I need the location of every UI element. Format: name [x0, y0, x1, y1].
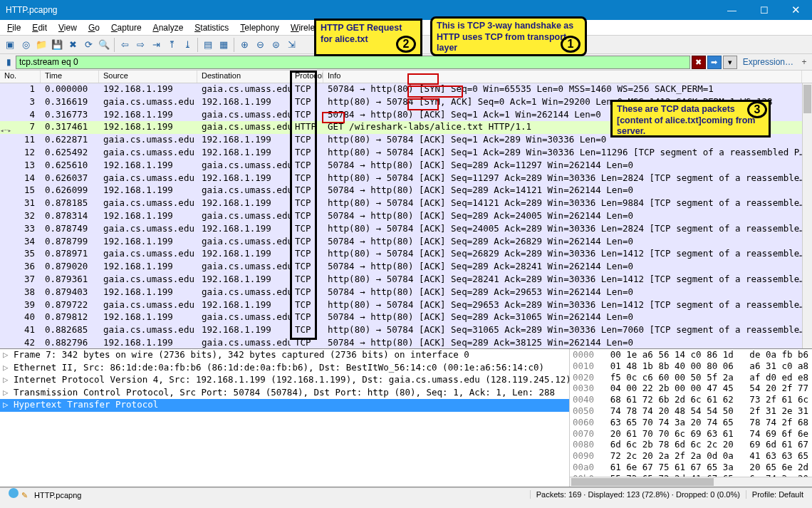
fwd-icon[interactable]: ⇨ [133, 38, 147, 52]
folder-icon[interactable]: 📁 [34, 38, 48, 52]
statusbar: ✎HTTP.pcapng Packets: 169 · Displayed: 1… [0, 487, 812, 501]
related-packet-icon: ◂┈▸ [0, 127, 11, 134]
details-hex-pane: ▷ Frame 7: 342 bytes on wire (2736 bits)… [0, 349, 812, 487]
packet-row[interactable]: 400.879812192.168.1.199gaia.cs.umass.edu… [0, 311, 812, 324]
packet-row[interactable]: 390.879722gaia.cs.umass.edu192.168.1.199… [0, 299, 812, 312]
zoomout-icon[interactable]: ⊖ [253, 38, 267, 52]
add-filter-button[interactable]: + [799, 57, 809, 67]
packet-row[interactable]: 10.000000192.168.1.199gaia.cs.umass.eduT… [0, 83, 812, 96]
packet-bytes-hex[interactable]: 0000 00 1e a6 56 14 c0 86 1d de 0a fb b6… [570, 349, 812, 487]
packet-counts: Packets: 169 · Displayed: 123 (72.8%) · … [530, 490, 746, 499]
resize-icon[interactable]: ⇲ [284, 38, 298, 52]
tree-row[interactable]: ▷ Internet Protocol Version 4, Src: 192.… [0, 374, 569, 387]
filter-bar: ▮ ✖ ➡ ▾ Expression… + [0, 54, 812, 71]
last-icon[interactable]: ⤓ [180, 38, 194, 52]
tree-row[interactable]: ▷ Ethernet II, Src: 86:1d:de:0a:fb:b6 (8… [0, 362, 569, 375]
colorize-icon[interactable]: ▦ [217, 38, 231, 52]
autoscroll-icon[interactable]: ▤ [201, 38, 215, 52]
open-icon[interactable]: ▣ [3, 38, 17, 52]
hex-row[interactable]: 0090 72 2c 20 2a 2f 2a 0d 0a 41 63 63 65… [573, 450, 809, 462]
expert-info-icon[interactable] [9, 488, 19, 498]
close-icon[interactable]: ✖ [66, 38, 80, 52]
column-header[interactable]: Protocol [291, 71, 323, 83]
status-file: HTTP.pcapng [34, 491, 81, 499]
packet-row[interactable]: 350.878971gaia.cs.umass.edu192.168.1.199… [0, 248, 812, 261]
tree-row[interactable]: ▷ Transmission Control Protocol, Src Por… [0, 387, 569, 400]
menu-go[interactable]: Go [83, 21, 105, 34]
hex-row[interactable]: 0030 04 00 22 2b 00 00 47 45 54 20 2f 77… [573, 383, 809, 394]
packet-row[interactable]: 420.882796192.168.1.199gaia.cs.umass.edu… [0, 337, 812, 349]
tree-row[interactable]: ▷ Hypertext Transfer Protocol [0, 399, 569, 412]
reload-icon[interactable]: ⟳ [81, 38, 95, 52]
packet-row[interactable]: 380.879403192.168.1.199gaia.cs.umass.edu… [0, 286, 812, 299]
packet-details-tree[interactable]: ▷ Frame 7: 342 bytes on wire (2736 bits)… [0, 349, 570, 487]
profile-label[interactable]: Profile: Default [746, 490, 809, 499]
column-header[interactable]: Info [323, 71, 802, 83]
hex-row[interactable]: 0010 01 48 1b 8b 40 00 80 06 a6 31 c0 a8… [573, 361, 809, 372]
tree-row[interactable]: ▷ Frame 7: 342 bytes on wire (2736 bits)… [0, 349, 569, 362]
column-header[interactable]: Source [99, 71, 197, 83]
display-filter-input[interactable] [16, 56, 690, 69]
minimize-button[interactable]: — [716, 0, 748, 20]
annotation-1: This is TCP 3-way handshake as HTTP uses… [430, 16, 587, 56]
packet-row[interactable]: 370.879361gaia.cs.umass.edu192.168.1.199… [0, 274, 812, 286]
column-header[interactable]: Time [41, 71, 99, 83]
maximize-button[interactable]: ☐ [748, 0, 780, 20]
menu-telephony[interactable]: Telephony [234, 21, 285, 34]
annotation-3: These are TCP data packets [content of a… [610, 100, 771, 138]
goto-icon[interactable]: ⇥ [149, 38, 163, 52]
menu-edit[interactable]: Edit [26, 21, 53, 34]
hex-row[interactable]: 00a0 61 6e 67 75 61 67 65 3a 20 65 6e 2d… [573, 462, 809, 473]
first-icon[interactable]: ⤒ [165, 38, 179, 52]
packet-row[interactable]: 150.626099192.168.1.199gaia.cs.umass.edu… [0, 185, 812, 197]
bookmark-icon[interactable]: ▮ [3, 56, 14, 68]
packet-row[interactable]: 120.625492gaia.cs.umass.edu192.168.1.199… [0, 147, 812, 160]
hex-row[interactable]: 0020 f5 0c c6 60 00 50 5f 2a af d0 ed e8… [573, 372, 809, 383]
apply-filter-button[interactable]: ➡ [707, 56, 722, 69]
menu-view[interactable]: View [53, 21, 83, 34]
packet-row[interactable]: 320.878314192.168.1.199gaia.cs.umass.edu… [0, 210, 812, 223]
packet-row[interactable]: 360.879020192.168.1.199gaia.cs.umass.edu… [0, 261, 812, 274]
close-button[interactable]: ✕ [780, 0, 812, 20]
packet-row[interactable]: 310.878185gaia.cs.umass.edu192.168.1.199… [0, 197, 812, 210]
packet-row[interactable]: 130.625610192.168.1.199gaia.cs.umass.edu… [0, 160, 812, 172]
menu-statistics[interactable]: Statistics [189, 21, 234, 34]
packet-list-header: No.TimeSourceDestinationProtocolInfo [0, 71, 812, 83]
back-icon[interactable]: ⇦ [118, 38, 132, 52]
save2-icon[interactable]: 💾 [50, 38, 64, 52]
packet-row[interactable]: 330.878749gaia.cs.umass.edu192.168.1.199… [0, 223, 812, 236]
packet-row[interactable]: 340.878799192.168.1.199gaia.cs.umass.edu… [0, 236, 812, 249]
menu-capture[interactable]: Capture [105, 21, 147, 34]
zoomin-icon[interactable]: ⊕ [237, 38, 251, 52]
hex-row[interactable]: 0060 63 65 70 74 3a 20 74 65 78 74 2f 68… [573, 417, 809, 428]
window-title: HTTP.pcapng [6, 5, 58, 15]
packet-row[interactable]: 410.882685gaia.cs.umass.edu192.168.1.199… [0, 324, 812, 337]
menu-file[interactable]: File [1, 21, 26, 34]
hex-row[interactable]: 0070 20 61 70 70 6c 69 63 61 74 69 6f 6e… [573, 428, 809, 440]
annotation-2: HTTP GET Request for alice.txt2 [314, 19, 422, 56]
hex-scrollbar-h[interactable] [570, 477, 812, 487]
hex-row[interactable]: 0080 6d 6c 2b 78 6d 6c 2c 20 69 6d 61 67… [573, 439, 809, 450]
expression-link[interactable]: Expression… [739, 57, 798, 67]
packetlist-scrollbar[interactable] [802, 83, 812, 348]
clear-filter-button[interactable]: ✖ [692, 56, 706, 69]
column-header[interactable]: No. [0, 71, 41, 83]
hex-row[interactable]: 0050 74 78 74 20 48 54 54 50 2f 31 2e 31… [573, 405, 809, 417]
titlebar: HTTP.pcapng — ☐ ✕ [0, 0, 812, 20]
filter-history-button[interactable]: ▾ [723, 56, 737, 69]
capture-file-icon: ✎ [21, 491, 31, 501]
save-icon[interactable]: ◎ [19, 38, 33, 52]
hex-row[interactable]: 0040 68 61 72 6b 2d 6c 61 62 73 2f 61 6c… [573, 394, 809, 405]
zoomreset-icon[interactable]: ⊜ [269, 38, 283, 52]
hex-row[interactable]: 0000 00 1e a6 56 14 c0 86 1d de 0a fb b6… [573, 349, 809, 361]
find-icon[interactable]: 🔍 [97, 38, 111, 52]
packet-row[interactable]: 140.626037gaia.cs.umass.edu192.168.1.199… [0, 172, 812, 185]
menu-analyze[interactable]: Analyze [147, 21, 189, 34]
column-header[interactable]: Destination [197, 71, 291, 83]
